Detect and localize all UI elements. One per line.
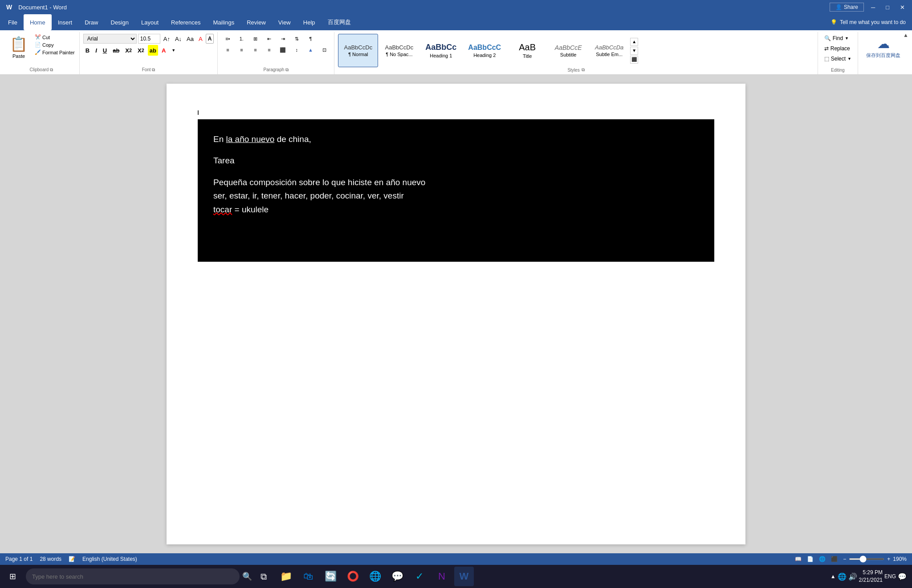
speaker-icon[interactable]: 🔊 bbox=[848, 572, 857, 581]
save-baidu-button[interactable]: ☁ 保存到百度网盘 bbox=[862, 34, 905, 61]
styles-scroll-up[interactable]: ▲ bbox=[630, 38, 638, 46]
window-minimize-icon[interactable]: ─ bbox=[867, 4, 879, 11]
menu-baidu[interactable]: 百度网盘 bbox=[322, 14, 357, 30]
style-no-space[interactable]: AaBbCcDc ¶ No Spac... bbox=[379, 34, 419, 67]
menu-home[interactable]: Home bbox=[24, 14, 52, 30]
select-arrow-icon: ▼ bbox=[847, 57, 851, 61]
check-button[interactable]: ✓ bbox=[410, 567, 429, 586]
doc-title: Document1 - Word bbox=[18, 4, 67, 11]
subscript-button[interactable]: X2 bbox=[123, 45, 134, 56]
share-button[interactable]: 👤 Share bbox=[830, 3, 864, 12]
borders-button[interactable]: ⊡ bbox=[318, 45, 330, 55]
menu-view[interactable]: View bbox=[272, 14, 297, 30]
focus-icon[interactable]: ⬛ bbox=[831, 556, 838, 562]
increase-indent-button[interactable]: ⇥ bbox=[277, 34, 289, 44]
font-family-select[interactable]: Arial bbox=[83, 34, 137, 44]
copy-button[interactable]: 📄 Copy bbox=[33, 41, 77, 48]
doc-content-box[interactable]: En la año nuevo de china, Tarea Pequeña … bbox=[198, 119, 714, 262]
select-button[interactable]: ⬚ Select ▼ bbox=[822, 54, 854, 63]
menu-review[interactable]: Review bbox=[240, 14, 272, 30]
paragraph-expand-icon[interactable]: ⧉ bbox=[285, 67, 289, 72]
network-icon[interactable]: 🌐 bbox=[838, 572, 847, 581]
font-case-button[interactable]: Aa bbox=[185, 34, 195, 44]
wechat-button[interactable]: 💬 bbox=[387, 567, 407, 586]
doc-page[interactable]: En la año nuevo de china, Tarea Pequeña … bbox=[167, 84, 745, 544]
show-marks-button[interactable]: ¶ bbox=[304, 34, 317, 44]
menu-design[interactable]: Design bbox=[105, 14, 135, 30]
window-close-icon[interactable]: ✕ bbox=[896, 4, 908, 11]
bold-button[interactable]: B bbox=[83, 45, 92, 56]
font-size-increase-button[interactable]: A↑ bbox=[162, 34, 172, 44]
underline-button[interactable]: U bbox=[101, 45, 109, 56]
sort-button[interactable]: ⇅ bbox=[290, 34, 303, 44]
columns-button[interactable]: ⬛ bbox=[277, 45, 289, 55]
line-spacing-button[interactable]: ↕ bbox=[290, 45, 303, 55]
text-effects-button[interactable]: A bbox=[206, 34, 214, 44]
zoom-slider[interactable] bbox=[849, 558, 884, 560]
shading-button[interactable]: ▲ bbox=[304, 45, 317, 55]
menu-references[interactable]: References bbox=[165, 14, 207, 30]
store-button[interactable]: 🛍 bbox=[298, 567, 318, 586]
search-icon[interactable]: 🔍 bbox=[242, 572, 252, 581]
notification-button[interactable]: 💬 bbox=[898, 572, 907, 581]
font-size-input[interactable] bbox=[138, 34, 160, 44]
justify-button[interactable]: ≡ bbox=[263, 45, 275, 55]
styles-scroll-down[interactable]: ▼ bbox=[630, 47, 638, 55]
style-title[interactable]: AaB Title bbox=[507, 34, 547, 67]
paste-button[interactable]: 📋 Paste bbox=[6, 34, 31, 66]
menu-file[interactable]: File bbox=[2, 14, 24, 30]
strikethrough-button[interactable]: ab bbox=[110, 45, 122, 56]
replace-button[interactable]: ⇄ Replace bbox=[822, 44, 854, 53]
app3-button[interactable]: 🔄 bbox=[321, 567, 340, 586]
numbering-button[interactable]: 1. bbox=[235, 34, 248, 44]
find-button[interactable]: 🔍 Find ▼ bbox=[822, 34, 854, 43]
align-right-button[interactable]: ≡ bbox=[249, 45, 261, 55]
zoom-out-button[interactable]: − bbox=[843, 556, 846, 562]
font-group: Arial A↑ A↓ Aa A A B I U ab X2 X2 ab A ▼… bbox=[80, 32, 218, 74]
menu-draw[interactable]: Draw bbox=[78, 14, 104, 30]
font-size-decrease-button[interactable]: A↓ bbox=[173, 34, 183, 44]
cut-button[interactable]: ✂️ Cut bbox=[33, 34, 77, 41]
clear-formatting-button[interactable]: A bbox=[197, 34, 204, 44]
bullets-button[interactable]: ≡• bbox=[221, 34, 234, 44]
styles-expand-icon[interactable]: ⧉ bbox=[582, 67, 585, 73]
view-print-icon[interactable]: 📄 bbox=[807, 556, 814, 562]
text-highlight-button[interactable]: ab bbox=[148, 45, 158, 56]
italic-button[interactable]: I bbox=[93, 45, 99, 56]
superscript-button[interactable]: X2 bbox=[135, 45, 147, 56]
clipboard-expand-icon[interactable]: ⧉ bbox=[50, 67, 53, 72]
view-read-icon[interactable]: 📖 bbox=[795, 556, 802, 562]
window-maximize-icon[interactable]: □ bbox=[882, 4, 893, 11]
zoom-in-button[interactable]: + bbox=[887, 556, 890, 562]
menu-insert[interactable]: Insert bbox=[52, 14, 79, 30]
menu-layout[interactable]: Layout bbox=[135, 14, 165, 30]
style-heading1[interactable]: AaBbCc Heading 1 bbox=[420, 34, 462, 67]
align-center-button[interactable]: ≡ bbox=[235, 45, 248, 55]
task-view-button[interactable]: ⧉ bbox=[254, 567, 273, 586]
onenote-button[interactable]: N bbox=[432, 567, 452, 586]
chrome-button[interactable]: 🌐 bbox=[365, 567, 385, 586]
app4-button[interactable]: ⭕ bbox=[343, 567, 362, 586]
font-color-button[interactable]: A bbox=[159, 45, 168, 56]
menu-help[interactable]: Help bbox=[297, 14, 322, 30]
style-subtitle[interactable]: AaBbCcE Subtitle bbox=[548, 34, 588, 67]
tray-up-arrow-icon[interactable]: ▲ bbox=[831, 573, 836, 580]
font-color-arrow[interactable]: ▼ bbox=[169, 45, 178, 56]
format-painter-button[interactable]: 🖌️ Format Painter bbox=[33, 49, 77, 56]
tell-me-label[interactable]: Tell me what you want to do bbox=[840, 19, 906, 25]
decrease-indent-button[interactable]: ⇤ bbox=[263, 34, 275, 44]
taskbar-search-input[interactable] bbox=[26, 568, 240, 584]
view-web-icon[interactable]: 🌐 bbox=[819, 556, 826, 562]
styles-more[interactable]: ⬛ bbox=[630, 56, 638, 64]
menu-mailings[interactable]: Mailings bbox=[207, 14, 241, 30]
file-explorer-button[interactable]: 📁 bbox=[276, 567, 296, 586]
ribbon-collapse-button[interactable]: ▲ bbox=[903, 32, 908, 38]
start-button[interactable]: ⊞ bbox=[2, 566, 23, 587]
font-expand-icon[interactable]: ⧉ bbox=[152, 67, 155, 72]
style-heading2[interactable]: AaBbCcC Heading 2 bbox=[463, 34, 506, 67]
word-taskbar-button[interactable]: W bbox=[454, 567, 474, 586]
style-subtle-em[interactable]: AaBbCcDa Subtle Em... bbox=[589, 34, 629, 67]
align-left-button[interactable]: ≡ bbox=[221, 45, 234, 55]
style-normal[interactable]: AaBbCcDc ¶ Normal bbox=[338, 34, 378, 67]
multilevel-list-button[interactable]: ⊞ bbox=[249, 34, 261, 44]
